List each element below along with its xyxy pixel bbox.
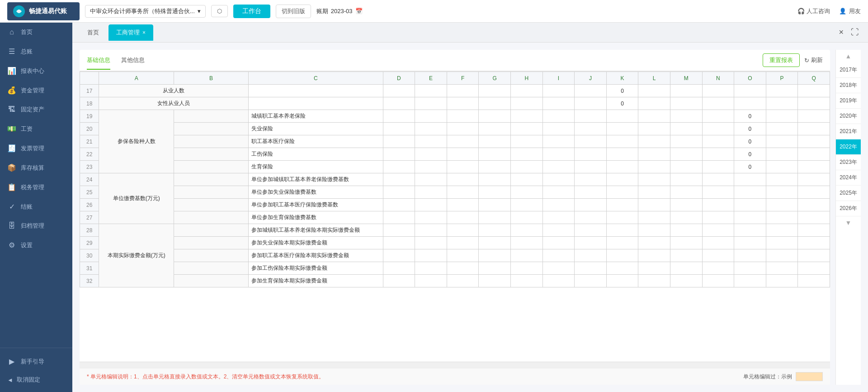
cell-18-h[interactable] (511, 97, 543, 110)
cell-32-d[interactable] (383, 275, 415, 287)
cell-24-e[interactable] (415, 173, 447, 186)
sidebar-item-report[interactable]: 📊 报表中心 (0, 61, 72, 81)
cell-32-b[interactable] (174, 275, 249, 287)
cell-27-j[interactable] (575, 211, 607, 224)
cell-21-g[interactable] (479, 135, 511, 148)
cell-20-e[interactable] (415, 123, 447, 135)
cell-28-f[interactable] (447, 224, 479, 237)
cell-25-n[interactable] (702, 186, 734, 199)
cell-21-e[interactable] (415, 135, 447, 148)
cell-24-g[interactable] (479, 173, 511, 186)
year-item-2023[interactable]: 2023年 (836, 155, 861, 170)
cell-22-d[interactable] (383, 148, 415, 161)
cell-31-p[interactable] (766, 262, 798, 275)
sidebar-item-settings[interactable]: ⚙ 设置 (0, 235, 72, 255)
cell-24-o[interactable] (734, 173, 766, 186)
cell-17-l[interactable] (638, 85, 670, 97)
cell-22-n[interactable] (702, 148, 734, 161)
cell-29-l[interactable] (638, 237, 670, 249)
cell-31-j[interactable] (575, 262, 607, 275)
cell-23-d[interactable] (383, 161, 415, 173)
cell-19-c[interactable]: 城镇职工基本养老保险 (248, 110, 383, 123)
year-item-2026[interactable]: 2026年 (836, 201, 861, 216)
cell-32-e[interactable] (415, 275, 447, 287)
cell-20-l[interactable] (638, 123, 670, 135)
cell-26-f[interactable] (447, 199, 479, 211)
cell-23-g[interactable] (479, 161, 511, 173)
cell-17-m[interactable] (670, 85, 702, 97)
cell-24-a[interactable]: 单位缴费基数(万元) (99, 173, 174, 224)
cell-20-p[interactable] (766, 123, 798, 135)
cell-21-j[interactable] (575, 135, 607, 148)
cell-26-k[interactable] (606, 199, 638, 211)
cell-19-a[interactable]: 参保各险种人数 (99, 110, 174, 173)
cell-19-d[interactable] (383, 110, 415, 123)
cell-28-b[interactable] (174, 224, 249, 237)
cell-22-h[interactable] (511, 148, 543, 161)
year-item-2025[interactable]: 2025年 (836, 186, 861, 201)
cell-25-c[interactable]: 单位参加失业保险缴费基数 (248, 186, 383, 199)
cell-17-g[interactable] (479, 85, 511, 97)
cell-23-b[interactable] (174, 161, 249, 173)
cell-20-i[interactable] (542, 123, 575, 135)
sub-tab-basic[interactable]: 基础信息 (87, 52, 110, 70)
sub-tab-other[interactable]: 其他信息 (121, 52, 145, 70)
cell-18-j[interactable] (575, 97, 607, 110)
cell-28-c[interactable]: 参加城镇职工基本养老保险本期实际缴费金额 (248, 224, 383, 237)
cell-26-b[interactable] (174, 199, 249, 211)
cell-32-q[interactable] (798, 275, 830, 287)
cell-32-p[interactable] (766, 275, 798, 287)
cell-25-q[interactable] (798, 186, 830, 199)
cell-28-p[interactable] (766, 224, 798, 237)
cell-32-l[interactable] (638, 275, 670, 287)
cell-19-i[interactable] (542, 110, 575, 123)
cell-18-g[interactable] (479, 97, 511, 110)
cell-29-d[interactable] (383, 237, 415, 249)
cell-25-m[interactable] (670, 186, 702, 199)
cell-19-k[interactable] (606, 110, 638, 123)
year-item-2024[interactable]: 2024年 (836, 170, 861, 186)
cell-30-o[interactable] (734, 249, 766, 262)
cell-17-a[interactable]: 从业人数 (99, 85, 249, 97)
cell-21-k[interactable] (606, 135, 638, 148)
cell-27-n[interactable] (702, 211, 734, 224)
switch-button[interactable]: 切到旧版 (276, 5, 311, 18)
cell-23-c[interactable]: 生育保险 (248, 161, 383, 173)
cell-29-j[interactable] (575, 237, 607, 249)
tab-close-icon[interactable]: × (142, 29, 146, 36)
cell-24-m[interactable] (670, 173, 702, 186)
cell-30-q[interactable] (798, 249, 830, 262)
cell-27-b[interactable] (174, 211, 249, 224)
cell-19-m[interactable] (670, 110, 702, 123)
cell-24-j[interactable] (575, 173, 607, 186)
cell-31-o[interactable] (734, 262, 766, 275)
cell-32-i[interactable] (542, 275, 575, 287)
cell-21-q[interactable] (798, 135, 830, 148)
cell-32-c[interactable]: 参加生育保险本期实际缴费金额 (248, 275, 383, 287)
cell-18-d[interactable] (383, 97, 415, 110)
cell-28-g[interactable] (479, 224, 511, 237)
cell-23-q[interactable] (798, 161, 830, 173)
cell-29-e[interactable] (415, 237, 447, 249)
sidebar-item-closing[interactable]: ✓ 结账 (0, 197, 72, 216)
cell-30-h[interactable] (511, 249, 543, 262)
cell-17-k[interactable]: 0 (606, 85, 638, 97)
cell-31-q[interactable] (798, 262, 830, 275)
cell-32-f[interactable] (447, 275, 479, 287)
cell-17-j[interactable] (575, 85, 607, 97)
cell-20-g[interactable] (479, 123, 511, 135)
cell-26-o[interactable] (734, 199, 766, 211)
cell-17-h[interactable] (511, 85, 543, 97)
cell-25-o[interactable] (734, 186, 766, 199)
cell-20-d[interactable] (383, 123, 415, 135)
cell-31-m[interactable] (670, 262, 702, 275)
cell-20-h[interactable] (511, 123, 543, 135)
year-item-2021[interactable]: 2021年 (836, 124, 861, 139)
sidebar-item-assets[interactable]: 🏗 固定资产 (0, 100, 72, 119)
cell-23-k[interactable] (606, 161, 638, 173)
cell-23-n[interactable] (702, 161, 734, 173)
cell-24-b[interactable] (174, 173, 249, 186)
cell-20-n[interactable] (702, 123, 734, 135)
close-all-button[interactable]: × (837, 26, 845, 39)
cell-32-j[interactable] (575, 275, 607, 287)
